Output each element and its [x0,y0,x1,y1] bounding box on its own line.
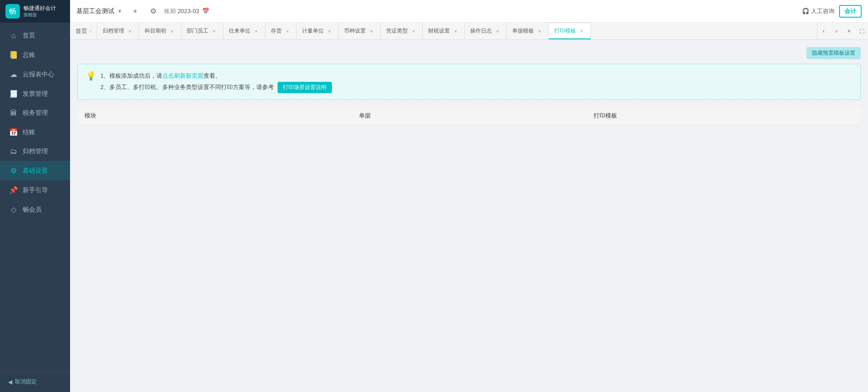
tab-close-all[interactable]: × [843,23,855,40]
add-tab-button[interactable]: + [129,5,142,18]
topbar-right: 🎧 人工咨询 会计 [802,5,862,18]
tab-inventory-close[interactable]: × [284,28,291,34]
refresh-link[interactable]: 点击刷新新页面 [162,72,203,79]
archive-icon: 🗂 [9,147,18,156]
tab-nav-prev[interactable]: ‹ [817,23,830,40]
app-logo-icon: 畅 [5,4,20,19]
tab-operation-log-close[interactable]: × [495,28,501,34]
table-header-template: 打印模板 [586,107,861,125]
table-header: 模块 单据 打印模板 [77,107,861,125]
settings-button[interactable]: ⚙ [147,5,160,18]
sidebar-item-closing[interactable]: 📅 结账 [0,123,70,142]
home-icon: ⌂ [9,32,18,40]
closing-icon: 📅 [9,128,18,137]
lightbulb-icon: 💡 [86,71,96,81]
tab-voucher-type[interactable]: 凭证类型 × [381,23,423,39]
hide-template-button[interactable]: 隐藏预置模板设置 [807,47,861,59]
hide-template-btn-container: 隐藏预置模板设置 [77,47,861,59]
period-display: 账期 2023-03 📅 [164,7,209,15]
tab-unit-close[interactable]: × [326,28,333,34]
info-box-text: 1、模板添加成功后，请点击刷新新页面查看。 2、多员工、多打印机、多种业务类型设… [100,71,332,93]
sidebar-item-invoices[interactable]: 🧾 发票管理 [0,84,70,104]
calendar-icon[interactable]: 📅 [202,8,209,14]
tab-inventory[interactable]: 存货 × [265,23,297,39]
tab-partner[interactable]: 往来单位 × [223,23,265,39]
settings-icon: ⚙ [9,166,18,175]
sidebar-unpin-button[interactable]: ◀ 取消固定 [0,371,70,392]
sidebar-nav: ⌂ 首页 📒 总账 ☁ 云报表中心 🧾 发票管理 🏛 税务管理 📅 结账 🗂 归… [0,23,70,371]
ledger-icon: 📒 [9,51,18,59]
cloud-icon: ☁ [9,70,18,79]
info-line-1: 1、模板添加成功后，请点击刷新新页面查看。 [100,71,332,82]
sidebar-item-archive[interactable]: 🗂 归档管理 [0,142,70,161]
sidebar-logo: 畅 畅捷通好会计 旗舰版 [0,0,70,23]
tab-subject[interactable]: 科目期初 × [139,23,181,39]
topbar-actions: + ⚙ [129,5,160,18]
tab-home[interactable]: 首页 › [70,23,97,39]
tab-dept[interactable]: 部门员工 × [181,23,223,39]
tab-voucher-type-close[interactable]: × [410,28,417,34]
table-header-module: 模块 [77,107,352,125]
sidebar-item-settings[interactable]: ⚙ 基础设置 [0,161,70,180]
tab-tax-settings-close[interactable]: × [453,28,459,34]
headset-icon: 🎧 [802,8,809,14]
tab-single-form-close[interactable]: × [537,28,543,34]
sidebar-item-reports[interactable]: ☁ 云报表中心 [0,65,70,84]
tab-currency[interactable]: 币种设置 × [339,23,381,39]
org-name: 基层工会测试 [76,7,114,15]
tab-single-form[interactable]: 单据模板 × [507,23,549,39]
info-box: 💡 1、模板添加成功后，请点击刷新新页面查看。 2、多员工、多打印机、多种业务类… [77,64,861,100]
invoice-icon: 🧾 [9,90,18,98]
tab-unit[interactable]: 计量单位 × [297,23,339,39]
sidebar-item-tax[interactable]: 🏛 税务管理 [0,104,70,123]
content-area: 隐藏预置模板设置 💡 1、模板添加成功后，请点击刷新新页面查看。 2、多员工、多… [70,40,868,392]
period-value: 2023-03 [178,8,199,14]
org-selector[interactable]: 基层工会测试 ▼ [76,7,123,15]
tab-print-template[interactable]: 打印模板 × [549,23,591,39]
tabbar: 首页 › 归档管理 × 科目期初 × 部门员工 × 往来单位 × 存货 × 计量… [70,23,868,40]
sidebar-item-ledger[interactable]: 📒 总账 [0,45,70,65]
guide-icon: 📌 [9,186,18,194]
print-template-table: 模块 单据 打印模板 [77,107,861,125]
info-line-2: 2、多员工、多打印机、多种业务类型设置不同打印方案等，请参考 打印场景设置说明 [100,82,332,93]
tab-dept-close[interactable]: × [211,28,217,34]
tax-icon: 🏛 [9,109,18,117]
period-label: 账期 [164,7,176,15]
member-icon: ◇ [9,205,18,214]
tab-subject-close[interactable]: × [169,28,175,34]
tab-nav-next[interactable]: › [830,23,843,40]
tab-home-arrow: › [90,28,91,34]
kuaiji-button[interactable]: 会计 [839,5,862,18]
print-scene-help-button[interactable]: 打印场景设置说明 [278,82,332,93]
tab-nav-arrows: ‹ › × ⛶ [817,23,868,39]
tab-currency-close[interactable]: × [368,28,375,34]
tab-print-template-close[interactable]: × [579,28,585,34]
unpin-icon: ◀ [8,379,12,385]
sidebar-item-member[interactable]: ◇ 畅会员 [0,200,70,219]
sidebar: 畅 畅捷通好会计 旗舰版 ⌂ 首页 📒 总账 ☁ 云报表中心 🧾 发票管理 🏛 … [0,0,70,392]
tab-operation-log[interactable]: 操作日志 × [465,23,507,39]
sidebar-logo-text: 畅捷通好会计 旗舰版 [24,5,56,19]
org-arrow-icon: ▼ [117,8,123,14]
main-area: 基层工会测试 ▼ + ⚙ 账期 2023-03 📅 🎧 人工咨询 会计 首页 ›… [70,0,868,392]
tab-archive-mgmt[interactable]: 归档管理 × [97,23,139,39]
sidebar-item-guide[interactable]: 📌 新手引导 [0,180,70,200]
tab-tax-settings[interactable]: 财税设置 × [423,23,465,39]
tab-maximize[interactable]: ⛶ [855,23,868,40]
sidebar-item-home[interactable]: ⌂ 首页 [0,26,70,45]
tab-archive-mgmt-close[interactable]: × [127,28,133,34]
support-button[interactable]: 🎧 人工咨询 [802,7,835,15]
topbar: 基层工会测试 ▼ + ⚙ 账期 2023-03 📅 🎧 人工咨询 会计 [70,0,868,23]
tab-partner-close[interactable]: × [253,28,259,34]
table-header-voucher: 单据 [352,107,587,125]
